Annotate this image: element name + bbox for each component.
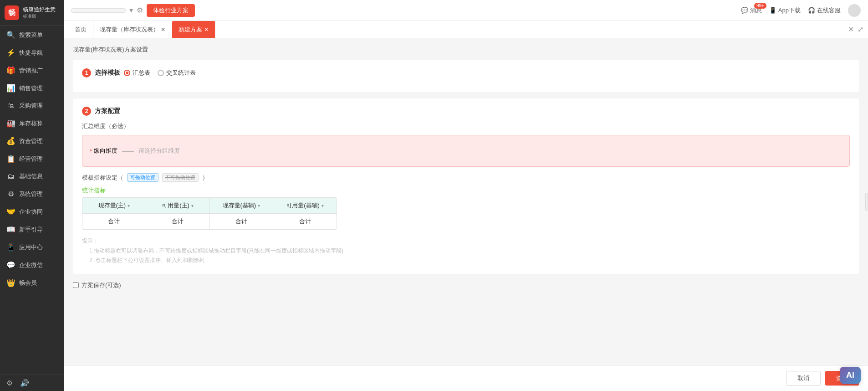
sidebar-item-weixin[interactable]: 💬 企业微信 [0, 256, 64, 274]
tab-inventory-status[interactable]: 现存量（库存状况表） ✕ [93, 21, 172, 38]
dim-placeholder[interactable]: 请选择分组维度 [138, 147, 180, 155]
indicator-section: 模板指标设定（ 可拖动位置 不可拖动位置 ） 统计指标 现存量(主) ▾ 可用量… [82, 173, 850, 230]
sidebar-item-appstore[interactable]: 📱 应用中心 [0, 238, 64, 256]
col-label-3: 可用量(基辅) [286, 201, 320, 210]
resize-handle[interactable] [865, 193, 868, 211]
factory-icon: 🏭 [6, 119, 15, 128]
content-area: 现存量(库存状况表)方案设置 1 选择模板 汇总表 交叉统计表 [64, 38, 868, 365]
sidebar-item-label: 资金管理 [19, 137, 43, 145]
sidebar-item-purchase[interactable]: 🛍 采购管理 [0, 97, 64, 114]
col-sub-2: 合计 [210, 214, 274, 229]
sidebar-item-label: 应用中心 [19, 243, 43, 252]
col-header-0[interactable]: 现存量(主) ▾ [82, 198, 146, 213]
indicator-label-prefix: 模板指标设定（ [82, 174, 123, 182]
tip-item-0: 1.拖动标题栏可以调整布局，不可跨维度或指标区域拖动栏目字段(只能在同一维度或指… [89, 246, 850, 256]
sidebar-item-member[interactable]: 👑 畅会员 [0, 274, 64, 292]
chevron-down-icon-0: ▾ [128, 203, 130, 208]
sidebar-item-quick-nav[interactable]: ⚡ 快捷导航 [0, 44, 64, 62]
home-tab-label: 首页 [75, 26, 87, 34]
sidebar-item-label: 新手引导 [19, 226, 43, 234]
speaker-icon[interactable]: 🔊 [20, 379, 29, 387]
sidebar-item-label: 快捷导航 [19, 49, 43, 57]
dim-label: 汇总维度（必选） [82, 122, 850, 130]
radio-cross[interactable]: 交叉统计表 [158, 69, 196, 77]
col-sub-1: 合计 [146, 214, 210, 229]
chevron-down-icon-2: ▾ [258, 203, 260, 208]
save-label: 方案保存(可选) [82, 281, 121, 289]
sidebar-item-search[interactable]: 🔍 搜索菜单 [0, 26, 64, 44]
dim-required-mark: * [90, 148, 92, 154]
dim-arrow: —— [122, 148, 134, 154]
online-service-link[interactable]: 🎧 在线客服 [808, 6, 841, 15]
cancel-button[interactable]: 取消 [786, 371, 821, 386]
stat-table-row: 合计 合计 合计 合计 [82, 213, 337, 229]
sidebar-item-business[interactable]: 📋 经营管理 [0, 150, 64, 168]
headphone-icon: 🎧 [808, 7, 815, 14]
topbar-search[interactable] [71, 8, 126, 13]
bag-icon: 🛍 [6, 102, 15, 110]
clipboard-icon: 📋 [6, 154, 15, 163]
tab-bar: 首页 现存量（库存状况表） ✕ 新建方案 ✕ ✕ ⤢ [64, 21, 868, 38]
tab-close-new-plan[interactable]: ✕ [204, 26, 209, 33]
dropdown-icon[interactable]: ▾ [129, 6, 133, 15]
app-logo-text: 畅康通好生意 标准版 [23, 6, 56, 20]
col-header-3[interactable]: 可用量(基辅) ▾ [273, 198, 337, 213]
sidebar-item-marketing[interactable]: 🎁 营销推广 [0, 62, 64, 79]
sidebar-menu: 🔍 搜索菜单 ⚡ 快捷导航 🎁 营销推广 📊 销售管理 🛍 采购管理 🏭 库存核… [0, 26, 64, 375]
dimension-section: 汇总维度（必选） * 纵向维度 —— 请选择分组维度 [82, 122, 850, 167]
user-avatar[interactable] [848, 4, 861, 17]
folder-icon: 🗂 [6, 172, 15, 180]
tab-new-plan[interactable]: 新建方案 ✕ [172, 21, 215, 38]
sidebar-item-inventory[interactable]: 🏭 库存核算 [0, 114, 64, 132]
col-sub-0: 合计 [82, 214, 146, 229]
col-header-1[interactable]: 可用量(主) ▾ [146, 198, 210, 213]
expand-dialog-icon[interactable]: ⤢ [858, 25, 863, 34]
sidebar-item-finance[interactable]: 💰 资金管理 [0, 132, 64, 150]
handshake-icon: 🤝 [6, 207, 15, 216]
stat-table: 现存量(主) ▾ 可用量(主) ▾ 现存量(基辅) ▾ 可用量(基辅) [82, 197, 337, 230]
page-title: 现存量(库存状况表)方案设置 [73, 46, 859, 54]
radio-summary[interactable]: 汇总表 [124, 69, 150, 77]
template-radio-group: 汇总表 交叉统计表 [124, 69, 196, 77]
app-download-link[interactable]: 📱 App下载 [769, 6, 801, 15]
section-template: 1 选择模板 汇总表 交叉统计表 [73, 60, 859, 92]
sidebar-item-label: 基础信息 [19, 172, 43, 180]
topbar: ▾ ⚙ 体验行业方案 💬 消息 99+ 📱 App下载 🎧 在线客服 [64, 0, 868, 21]
message-icon: 💬 [741, 7, 748, 14]
sidebar-logo: 畅 畅康通好生意 标准版 [0, 0, 64, 26]
industry-plan-button[interactable]: 体验行业方案 [147, 4, 195, 17]
sidebar-item-label: 销售管理 [19, 84, 43, 93]
settings-icon[interactable]: ⚙ [6, 379, 13, 387]
sidebar-item-basic[interactable]: 🗂 基础信息 [0, 168, 64, 185]
col-header-2[interactable]: 现存量(基辅) ▾ [210, 198, 274, 213]
topbar-gear-icon[interactable]: ⚙ [137, 6, 143, 15]
ai-badge[interactable]: Ai [840, 367, 861, 384]
radio-cross-label: 交叉统计表 [166, 69, 196, 77]
col-label-1: 可用量(主) [162, 201, 189, 210]
phone-icon: 📱 [6, 243, 15, 252]
tab-home[interactable]: 首页 [68, 21, 93, 38]
dim-vertical-label: 纵向维度 [94, 147, 117, 155]
lightning-icon: ⚡ [6, 48, 15, 57]
save-checkbox[interactable] [73, 282, 79, 288]
sidebar-item-label: 畅会员 [19, 279, 37, 287]
sidebar-item-guide[interactable]: 📖 新手引导 [0, 221, 64, 238]
close-dialog-icon[interactable]: ✕ [848, 25, 854, 34]
dim-area[interactable]: * 纵向维度 —— 请选择分组维度 [82, 135, 850, 167]
section2-header: 2 方案配置 [82, 107, 850, 116]
chevron-down-icon-1: ▾ [191, 203, 194, 208]
stat-table-header: 现存量(主) ▾ 可用量(主) ▾ 现存量(基辅) ▾ 可用量(基辅) [82, 198, 337, 213]
radio-summary-circle [124, 70, 130, 76]
col-label-2: 现存量(基辅) [223, 201, 256, 210]
topbar-message[interactable]: 💬 消息 99+ [741, 6, 762, 15]
inventory-tab-label: 现存量（库存状况表） [100, 26, 159, 34]
tab-close-inventory[interactable]: ✕ [161, 26, 165, 33]
radio-summary-label: 汇总表 [133, 69, 150, 77]
book-icon: 📖 [6, 225, 15, 234]
sidebar: 畅 畅康通好生意 标准版 🔍 搜索菜单 ⚡ 快捷导航 🎁 营销推广 📊 销售管理… [0, 0, 64, 391]
sidebar-item-contract[interactable]: 🤝 企业协同 [0, 203, 64, 221]
sidebar-item-sales[interactable]: 📊 销售管理 [0, 79, 64, 97]
sidebar-item-system[interactable]: ⚙ 系统管理 [0, 185, 64, 203]
new-plan-tab-label: 新建方案 [179, 26, 202, 34]
indicator-label-suffix: ） [202, 174, 208, 182]
